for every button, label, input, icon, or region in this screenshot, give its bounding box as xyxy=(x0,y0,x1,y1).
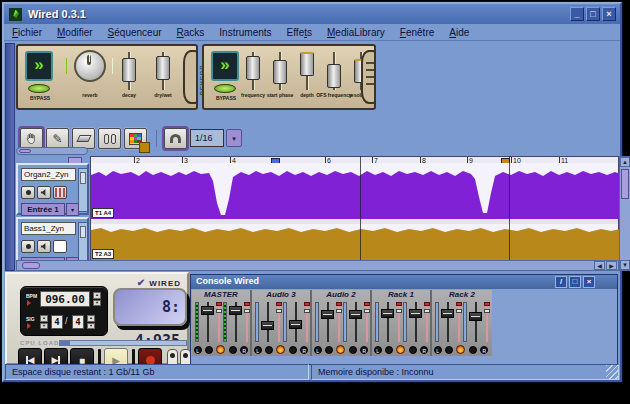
snap-dropdown-arrow[interactable]: ▾ xyxy=(226,129,242,147)
volume-fader[interactable] xyxy=(469,301,482,344)
pan-fader[interactable] xyxy=(216,301,222,344)
console-close-button[interactable]: × xyxy=(583,276,595,288)
volume-fader[interactable] xyxy=(321,301,334,344)
right-button[interactable]: R xyxy=(360,346,368,354)
left-button[interactable]: L xyxy=(194,346,202,354)
volume-fader[interactable] xyxy=(201,301,214,344)
tracklist-mini-scrollbar[interactable] xyxy=(16,147,88,155)
sig-den-spinner[interactable]: ▲▼ xyxy=(87,315,95,329)
track1-instrument-button[interactable] xyxy=(53,186,67,199)
flame-button[interactable] xyxy=(456,345,465,354)
resize-grip[interactable] xyxy=(606,365,619,379)
pan-fader[interactable] xyxy=(456,301,462,344)
menu-modifier[interactable]: Modifier xyxy=(57,27,93,38)
pan-fader[interactable] xyxy=(304,301,310,344)
track1-record-arm-button[interactable] xyxy=(21,186,35,199)
scroll-left-arrow[interactable]: ◀ xyxy=(594,261,605,270)
pan-fader[interactable] xyxy=(424,301,430,344)
flame-button[interactable] xyxy=(396,345,405,354)
bpm-display[interactable]: 096.00 xyxy=(40,291,90,307)
title-bar[interactable]: Wired 0.3.1 _ □ × xyxy=(4,4,620,24)
left-button[interactable]: L xyxy=(314,346,322,354)
flame-button[interactable] xyxy=(336,345,345,354)
dot-button[interactable] xyxy=(349,346,357,354)
flame-button[interactable] xyxy=(276,345,285,354)
rack-scroll-strip[interactable] xyxy=(5,43,15,271)
track1-lane[interactable]: T1 A4 xyxy=(90,163,619,219)
right-button[interactable]: R xyxy=(420,346,428,354)
scroll-down-arrow[interactable]: ▼ xyxy=(620,260,630,270)
console-title-bar[interactable]: Console Wired xyxy=(191,275,617,289)
duplicate-tool-button[interactable] xyxy=(98,128,121,149)
dot-button[interactable] xyxy=(265,346,273,354)
scroll-up-arrow[interactable]: ▲ xyxy=(620,157,630,167)
left-button[interactable]: L xyxy=(434,346,442,354)
volume-fader[interactable] xyxy=(409,301,422,344)
right-button[interactable]: R xyxy=(480,346,488,354)
bypass-led-button[interactable] xyxy=(28,84,50,93)
horizontal-scrollbar[interactable]: ◀ ▶ xyxy=(16,260,619,271)
track2-instrument-button[interactable] xyxy=(53,240,67,253)
volume-fader[interactable] xyxy=(441,301,454,344)
pan-fader[interactable] xyxy=(364,301,370,344)
pan-fader[interactable] xyxy=(396,301,402,344)
console-restore-button[interactable]: □ xyxy=(569,276,581,288)
sig-num-spinner[interactable]: ▲▼ xyxy=(40,315,48,329)
color-tool-button[interactable] xyxy=(124,128,147,149)
snap-magnet-button[interactable] xyxy=(164,128,187,149)
pan-fader[interactable] xyxy=(336,301,342,344)
pan-fader[interactable] xyxy=(244,301,250,344)
track2-name-field[interactable]: Bass1_Zyn xyxy=(21,222,76,235)
menu-racks[interactable]: Racks xyxy=(177,27,205,38)
volume-fader[interactable] xyxy=(381,301,394,344)
dot-button[interactable] xyxy=(229,346,237,354)
drywet-slider[interactable]: dry/wet xyxy=(152,50,174,102)
menu-fichier[interactable]: Fichier xyxy=(12,27,42,38)
snap-value-field[interactable]: 1/16 xyxy=(190,129,224,147)
pan-fader[interactable] xyxy=(276,301,282,344)
volume-fader[interactable] xyxy=(349,301,362,344)
menu-aide[interactable]: Aide xyxy=(449,27,469,38)
dot-button[interactable] xyxy=(445,346,453,354)
dot-button[interactable] xyxy=(385,346,393,354)
dot-button[interactable] xyxy=(325,346,333,354)
bpm-spinner[interactable]: ▲▼ xyxy=(93,292,101,306)
wired-plugin-logo-icon[interactable]: » xyxy=(211,51,239,81)
decay-slider[interactable]: decay xyxy=(118,50,140,102)
menu-sequenceur[interactable]: Séquenceur xyxy=(108,27,162,38)
menu-effets[interactable]: Effets xyxy=(287,27,312,38)
left-button[interactable]: L xyxy=(374,346,382,354)
dot-button[interactable] xyxy=(205,346,213,354)
pencil-tool-button[interactable]: ✎ xyxy=(46,128,69,149)
right-button[interactable]: R xyxy=(240,346,248,354)
flame-button[interactable] xyxy=(216,345,225,354)
dot-button[interactable] xyxy=(409,346,417,354)
mini-scroll-thumb[interactable] xyxy=(19,149,31,153)
wired-plugin-logo-icon[interactable]: » xyxy=(25,51,53,81)
volume-fader[interactable] xyxy=(289,301,302,344)
console-pin-button[interactable]: / xyxy=(555,276,567,288)
track1-input-arrow[interactable]: ▾ xyxy=(66,203,79,216)
right-button[interactable]: R xyxy=(300,346,308,354)
hand-tool-button[interactable] xyxy=(20,128,43,149)
track2-mute-button[interactable] xyxy=(37,240,51,253)
eraser-tool-button[interactable] xyxy=(72,128,95,149)
menu-instruments[interactable]: Instruments xyxy=(219,27,271,38)
volume-fader[interactable] xyxy=(229,301,242,344)
track1-mute-button[interactable] xyxy=(37,186,51,199)
vertical-scrollbar[interactable]: ▲ ▼ xyxy=(619,156,630,271)
dot-button[interactable] xyxy=(289,346,297,354)
h-scroll-thumb[interactable] xyxy=(22,262,40,269)
dot-button[interactable] xyxy=(469,346,477,354)
left-button[interactable]: L xyxy=(254,346,262,354)
scroll-right-arrow[interactable]: ▶ xyxy=(606,261,617,270)
menu-medialibrary[interactable]: MediaLibrary xyxy=(327,27,385,38)
volume-fader[interactable] xyxy=(261,301,274,344)
track1-name-field[interactable]: Organ2_Zyn xyxy=(21,168,76,181)
reverb-knob[interactable] xyxy=(74,50,106,82)
track1-input-select[interactable]: Entrée 1 xyxy=(21,203,65,216)
track2-lane[interactable]: T2 A3 xyxy=(90,224,619,260)
menu-fenetre[interactable]: Fenêtre xyxy=(400,27,434,38)
track2-record-arm-button[interactable] xyxy=(21,240,35,253)
pan-fader[interactable] xyxy=(484,301,490,344)
